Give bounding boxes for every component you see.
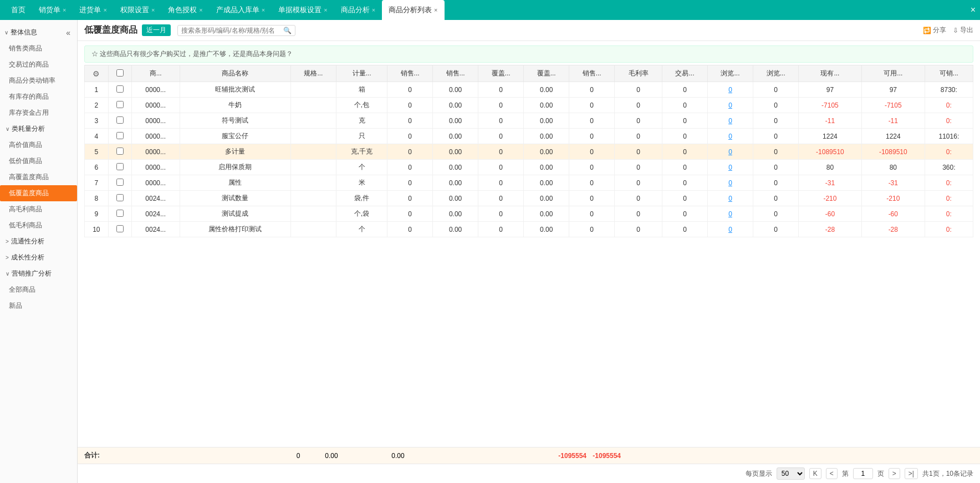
col-current[interactable]: 现有... [799, 65, 862, 82]
col-sales3[interactable]: 销售... [569, 65, 615, 82]
nav-goods-analysis-list[interactable]: 商品分析列表 × [382, 0, 444, 20]
nav-close-goods-analysis-list[interactable]: × [434, 7, 437, 13]
row-checkbox[interactable] [108, 113, 131, 129]
row-checkbox[interactable] [108, 191, 131, 206]
page-input[interactable] [853, 468, 873, 479]
last-page-btn[interactable]: >| [905, 468, 918, 479]
sidebar-consumption-section[interactable]: ∨ 类耗量分析 [0, 121, 77, 137]
sidebar-item-low-margin[interactable]: 低毛利商品 [0, 217, 77, 233]
browse1-link[interactable]: 0 [728, 101, 732, 109]
sidebar-growth-section[interactable]: > 成长性分析 [0, 250, 77, 266]
prev-page-btn[interactable]: < [826, 468, 838, 479]
row-checkbox[interactable] [108, 160, 131, 175]
col-browse1[interactable]: 浏览... [707, 65, 753, 82]
nav-close-permissions[interactable]: × [151, 7, 155, 13]
row-browse1[interactable]: 0 [707, 222, 753, 237]
browse1-link[interactable]: 0 [728, 117, 732, 125]
sidebar-item-traded-goods[interactable]: 交易过的商品 [0, 57, 77, 73]
nav-close-roles[interactable]: × [199, 7, 202, 13]
col-unit[interactable]: 计量... [336, 65, 387, 82]
sidebar-collapse-btn[interactable]: « [64, 28, 73, 37]
nav-home[interactable]: 首页 [4, 0, 32, 20]
col-code[interactable]: 商... [131, 65, 180, 82]
sidebar-item-high-value[interactable]: 高价值商品 [0, 137, 77, 153]
row-browse1[interactable]: 0 [707, 82, 753, 98]
search-input[interactable] [181, 27, 281, 34]
sidebar-item-new-goods[interactable]: 新品 [0, 298, 77, 314]
col-settings[interactable]: ⚙ [85, 65, 109, 82]
sidebar-overall-header[interactable]: ∨ 整体信息 [4, 28, 37, 37]
row-checkbox[interactable] [108, 82, 131, 98]
sidebar-item-inventory-capital[interactable]: 库存资金占用 [0, 105, 77, 121]
sidebar-marketing-section[interactable]: ∨ 营销推广分析 [0, 266, 77, 282]
browse1-link[interactable]: 0 [728, 226, 732, 233]
row-browse1[interactable]: 0 [707, 129, 753, 144]
nav-close-right[interactable]: × [971, 5, 976, 15]
row-checkbox[interactable] [108, 222, 131, 237]
browse1-link[interactable]: 0 [728, 148, 732, 156]
sidebar-item-sales-goods[interactable]: 销售类商品 [0, 40, 77, 57]
browse1-link[interactable]: 0 [728, 164, 732, 171]
nav-purchase[interactable]: 进货单 × [73, 0, 113, 20]
row-browse1[interactable]: 0 [707, 191, 753, 206]
share-button[interactable]: 🔁 分享 [923, 26, 946, 35]
browse1-link[interactable]: 0 [728, 210, 732, 218]
nav-sales[interactable]: 销货单 × [32, 0, 73, 20]
row-browse1[interactable]: 0 [707, 98, 753, 113]
row-browse1[interactable]: 0 [707, 113, 753, 129]
col-sales-amt[interactable]: 销售... [433, 65, 478, 82]
nav-roles[interactable]: 角色授权 × [161, 0, 209, 20]
nav-close-purchase[interactable]: × [103, 7, 106, 13]
nav-close-template[interactable]: × [324, 7, 327, 13]
browse1-link[interactable]: 0 [728, 133, 732, 140]
select-all-checkbox[interactable] [116, 69, 124, 77]
period-button[interactable]: 近一月 [142, 24, 171, 36]
first-page-btn[interactable]: K [809, 468, 821, 479]
col-trans[interactable]: 交易... [662, 65, 707, 82]
sidebar-circulation-section[interactable]: > 流通性分析 [0, 233, 77, 250]
browse1-link[interactable]: 0 [728, 195, 732, 202]
col-name[interactable]: 商品名称 [180, 65, 290, 82]
col-spec[interactable]: 规格... [290, 65, 336, 82]
row-browse1[interactable]: 0 [707, 144, 753, 160]
sidebar-item-high-margin[interactable]: 高毛利商品 [0, 201, 77, 217]
row-code: 0000... [131, 160, 180, 175]
col-sales-qty[interactable]: 销售... [387, 65, 433, 82]
col-cover1[interactable]: 覆盖... [478, 65, 524, 82]
nav-goods-analysis[interactable]: 商品分析 × [334, 0, 382, 20]
sidebar-item-high-coverage[interactable]: 高覆盖度商品 [0, 169, 77, 185]
sidebar-item-stocked-goods[interactable]: 有库存的商品 [0, 89, 77, 105]
row-checkbox[interactable] [108, 98, 131, 113]
sidebar-item-low-value[interactable]: 低价值商品 [0, 153, 77, 169]
col-gross[interactable]: 毛利率 [615, 65, 662, 82]
row-checkbox[interactable] [108, 144, 131, 160]
row-checkbox[interactable] [108, 206, 131, 222]
col-browse2[interactable]: 浏览... [753, 65, 799, 82]
nav-product-warehouse[interactable]: 产成品入库单 × [210, 0, 272, 20]
next-page-btn[interactable]: > [889, 468, 900, 479]
row-browse1[interactable]: 0 [707, 206, 753, 222]
nav-permissions[interactable]: 权限设置 × [114, 0, 161, 20]
col-sellable[interactable]: 可销... [925, 65, 973, 82]
sidebar-item-low-coverage[interactable]: 低覆盖度商品 [0, 185, 77, 201]
search-icon[interactable]: 🔍 [283, 27, 292, 34]
sidebar-item-category-rate[interactable]: 商品分类动销率 [0, 73, 77, 89]
sidebar-item-all-goods[interactable]: 全部商品 [0, 282, 77, 298]
row-checkbox[interactable] [108, 129, 131, 144]
nav-close-goods-analysis[interactable]: × [372, 7, 375, 13]
col-cover2[interactable]: 覆盖... [524, 65, 569, 82]
col-available[interactable]: 可用... [861, 65, 925, 82]
browse1-link[interactable]: 0 [728, 86, 732, 94]
row-checkbox[interactable] [108, 175, 131, 191]
export-button[interactable]: ⇩ 导出 [953, 26, 973, 35]
page-size-select[interactable]: 50 20 100 [777, 467, 805, 480]
nav-template[interactable]: 单据模板设置 × [272, 0, 334, 20]
export-icon: ⇩ [953, 27, 958, 34]
settings-icon[interactable]: ⚙ [93, 69, 100, 78]
row-browse1[interactable]: 0 [707, 175, 753, 191]
col-checkbox[interactable] [108, 65, 131, 82]
nav-close-product-warehouse[interactable]: × [262, 7, 265, 13]
browse1-link[interactable]: 0 [728, 179, 732, 187]
row-browse1[interactable]: 0 [707, 160, 753, 175]
nav-close-sales[interactable]: × [63, 7, 66, 13]
